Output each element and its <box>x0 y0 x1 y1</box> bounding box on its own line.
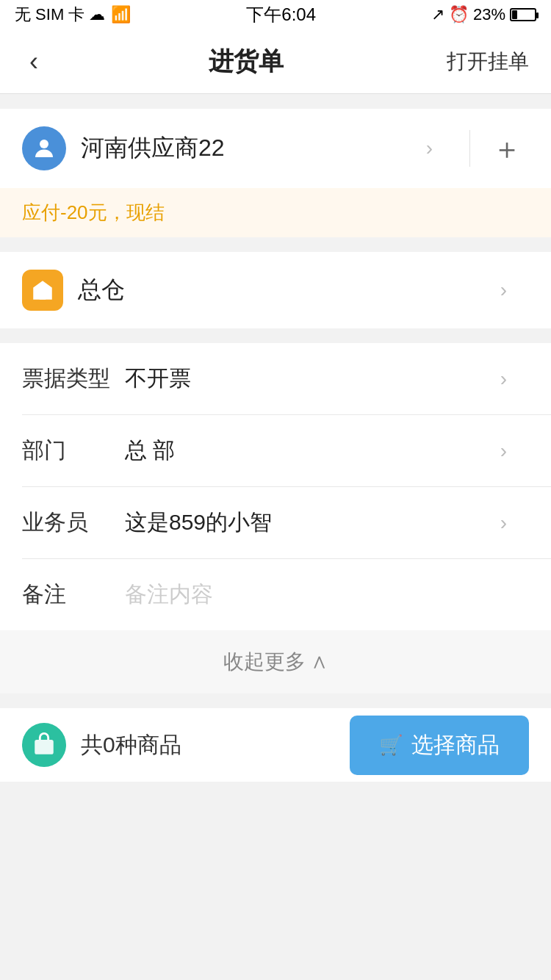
section-gap-3 <box>0 328 551 343</box>
battery-icon <box>510 8 536 21</box>
alarm-icon: ⏰ <box>449 5 469 24</box>
salesperson-row[interactable]: 业务员 这是859的小智 › <box>0 487 551 558</box>
department-row[interactable]: 部门 总 部 › <box>0 415 551 486</box>
invoice-type-chevron-icon: › <box>500 367 507 391</box>
person-icon <box>31 135 57 162</box>
invoice-type-value: 不开票 <box>110 364 500 394</box>
warehouse-row[interactable]: 总仓 › <box>0 252 551 328</box>
battery-percent: 23% <box>473 5 505 24</box>
back-button[interactable]: ‹ <box>22 39 46 84</box>
notice-bar: 应付-20元，现结 <box>0 188 551 237</box>
supplier-chevron-icon: › <box>426 137 433 160</box>
salesperson-chevron-icon: › <box>500 511 507 535</box>
section-gap-1 <box>0 94 551 109</box>
department-label: 部门 <box>22 436 110 466</box>
svg-point-0 <box>40 140 48 148</box>
sim-label: 无 SIM 卡 ☁ <box>15 4 105 26</box>
salesperson-label: 业务员 <box>22 508 110 538</box>
warehouse-icon <box>22 270 63 311</box>
location-icon: ↗ <box>431 5 444 24</box>
status-left: 无 SIM 卡 ☁ 📶 <box>15 4 131 26</box>
shopping-bag-icon <box>32 732 57 757</box>
notice-text: 应付-20元，现结 <box>22 201 165 223</box>
warehouse-section: 总仓 › <box>0 252 551 328</box>
supplier-avatar <box>22 126 66 170</box>
bottom-bar: 共0种商品 🛒 选择商品 <box>0 708 551 782</box>
open-pending-button[interactable]: 打开挂单 <box>447 48 529 76</box>
nav-bar: ‹ 进货单 打开挂单 <box>0 29 551 94</box>
invoice-type-row[interactable]: 票据类型 不开票 › <box>0 343 551 414</box>
svg-rect-1 <box>40 292 46 300</box>
collapse-row[interactable]: 收起更多 ∧ <box>0 630 551 693</box>
page-title: 进货单 <box>209 45 284 79</box>
select-product-label: 选择商品 <box>411 730 500 760</box>
supplier-divider <box>469 130 470 167</box>
remarks-label: 备注 <box>22 580 110 610</box>
status-time: 下午6:04 <box>246 3 316 26</box>
cart-add-icon: 🛒 <box>379 734 403 757</box>
status-bar: 无 SIM 卡 ☁ 📶 下午6:04 ↗ ⏰ 23% <box>0 0 551 29</box>
warehouse-chevron-icon: › <box>500 278 507 302</box>
remarks-value[interactable]: 备注内容 <box>110 580 529 610</box>
section-gap-2 <box>0 237 551 252</box>
department-chevron-icon: › <box>500 439 507 463</box>
form-section: 票据类型 不开票 › 部门 总 部 › 业务员 这是859的小智 › 备注 备注… <box>0 343 551 630</box>
invoice-type-label: 票据类型 <box>22 364 110 394</box>
department-value: 总 部 <box>110 436 500 466</box>
status-right: ↗ ⏰ 23% <box>431 5 536 24</box>
supplier-row[interactable]: 河南供应商22 › ＋ <box>0 109 551 188</box>
salesperson-value: 这是859的小智 <box>110 508 500 538</box>
product-count-label: 共0种商品 <box>81 730 350 760</box>
wifi-icon: 📶 <box>111 5 131 24</box>
select-product-button[interactable]: 🛒 选择商品 <box>350 716 529 775</box>
supplier-section: 河南供应商22 › ＋ 应付-20元，现结 <box>0 109 551 237</box>
remarks-row[interactable]: 备注 备注内容 <box>0 559 551 630</box>
supplier-name: 河南供应商22 <box>81 132 426 165</box>
svg-rect-2 <box>35 740 54 754</box>
warehouse-name: 总仓 <box>78 274 500 306</box>
house-icon <box>30 278 55 303</box>
add-button[interactable]: ＋ <box>485 129 529 169</box>
product-icon-container <box>22 723 66 767</box>
section-gap-4 <box>0 693 551 708</box>
